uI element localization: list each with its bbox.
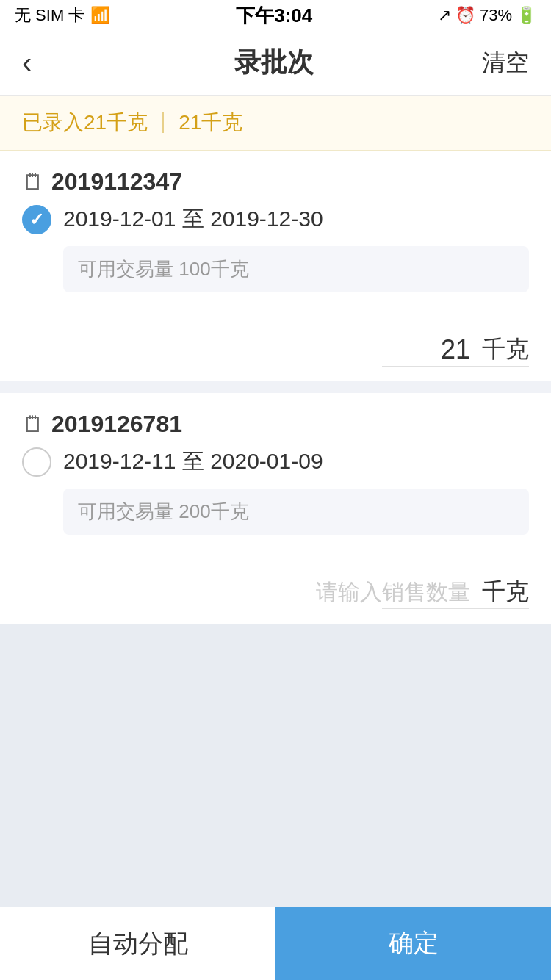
batch-id-2: 2019126781	[51, 411, 182, 438]
recorded-label: 已录入21千克	[22, 109, 148, 137]
batch-date-1: 2019-12-01 至 2019-12-30	[63, 204, 323, 234]
wifi-icon: 📶	[90, 6, 110, 25]
batch-header-2: 🗒 2019126781	[22, 411, 529, 438]
batch-id-1: 2019112347	[51, 168, 182, 195]
carrier-label: 无 SIM 卡	[15, 4, 84, 26]
batch-date-row-2[interactable]: 2019-12-11 至 2020-01-09	[22, 447, 529, 477]
qty-unit-2: 千克	[482, 576, 529, 608]
qty-placeholder-2: 请输入销售数量	[316, 577, 470, 608]
clear-button[interactable]: 清空	[482, 47, 529, 79]
info-divider	[162, 112, 164, 133]
recorded-value: 21千克	[179, 109, 242, 137]
qty-divider-2	[382, 608, 529, 609]
status-time: 下午3:04	[236, 3, 312, 29]
nav-bar: ‹ 录批次 清空	[0, 31, 551, 96]
qty-value-1[interactable]: 21	[441, 334, 470, 365]
alarm-icon: ⏰	[455, 6, 475, 25]
qty-input-row-2: 请输入销售数量 千克	[0, 564, 551, 608]
available-qty-box-2: 可用交易量 200千克	[63, 489, 529, 535]
battery-icon: 🔋	[516, 6, 536, 25]
page-title: 录批次	[234, 45, 314, 81]
batch-date-row-1[interactable]: 2019-12-01 至 2019-12-30	[22, 204, 529, 234]
available-qty-1: 可用交易量 100千克	[78, 258, 249, 280]
auto-distribute-button[interactable]: 自动分配	[0, 907, 276, 980]
batch-icon-1: 🗒	[22, 170, 44, 195]
qty-divider-1	[382, 366, 529, 367]
battery-label: 73%	[480, 6, 512, 25]
batch-icon-2: 🗒	[22, 412, 44, 437]
status-bar: 无 SIM 卡 📶 下午3:04 ↗ ⏰ 73% 🔋	[0, 0, 551, 31]
batch-date-2: 2019-12-11 至 2020-01-09	[63, 447, 323, 477]
radio-button-1[interactable]	[22, 205, 51, 234]
status-left: 无 SIM 卡 📶	[15, 4, 110, 26]
status-right: ↗ ⏰ 73% 🔋	[438, 6, 536, 25]
confirm-button[interactable]: 确定	[276, 907, 551, 980]
available-qty-2: 可用交易量 200千克	[78, 500, 249, 522]
batch-item-1: 🗒 2019112347 2019-12-01 至 2019-12-30 可用交…	[0, 151, 551, 322]
back-button[interactable]: ‹	[22, 46, 66, 79]
batch-item-2: 🗒 2019126781 2019-12-11 至 2020-01-09 可用交…	[0, 393, 551, 564]
location-icon: ↗	[438, 6, 451, 25]
bottom-bar: 自动分配 确定	[0, 907, 551, 980]
radio-button-2[interactable]	[22, 447, 51, 477]
info-banner: 已录入21千克 21千克	[0, 96, 551, 151]
qty-row-1: 21 千克	[0, 322, 551, 366]
available-qty-box-1: 可用交易量 100千克	[63, 246, 529, 292]
card-separator	[0, 381, 551, 393]
content-spacer	[0, 624, 551, 907]
batch-header-1: 🗒 2019112347	[22, 168, 529, 195]
qty-unit-1: 千克	[482, 334, 529, 366]
